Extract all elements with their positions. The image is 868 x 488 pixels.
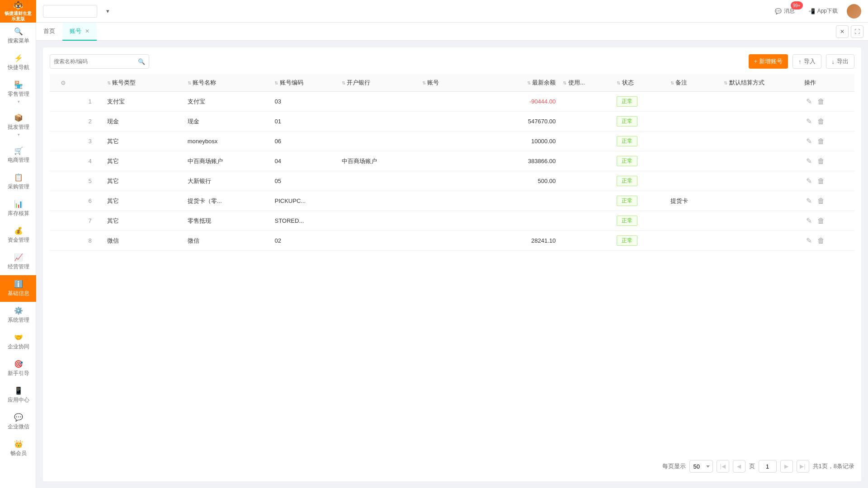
- sidebar-item-basic[interactable]: ℹ️ 基础信息: [0, 275, 36, 302]
- bank-sort-icon: ⇅: [342, 80, 345, 85]
- delete-icon[interactable]: 🗑: [817, 117, 825, 125]
- delete-icon[interactable]: 🗑: [817, 197, 825, 205]
- import-button[interactable]: ↑ 导入: [793, 54, 821, 69]
- user-avatar[interactable]: [847, 4, 861, 19]
- edit-icon[interactable]: ✎: [806, 217, 812, 225]
- page-input[interactable]: [759, 460, 777, 473]
- edit-icon[interactable]: ✎: [806, 197, 812, 205]
- sidebar-item-app-center[interactable]: 📱 应用中心: [0, 382, 36, 408]
- guide-icon: 🎯: [4, 360, 34, 368]
- status-col-header[interactable]: ⇅ 状态: [613, 74, 667, 92]
- row-default-payment-cell: [720, 92, 801, 112]
- main-area: ▾ 💬 消息 99+ 📲 App下载 首页 账号 ✕ ✕ ⛶: [36, 0, 868, 488]
- row-status-cell: 正常: [613, 191, 667, 211]
- row-usage-cell: [559, 211, 613, 231]
- add-account-button[interactable]: + 新增账号: [749, 54, 788, 69]
- sidebar-item-ecommerce[interactable]: 🛒 电商管理: [0, 142, 36, 169]
- edit-icon[interactable]: ✎: [806, 98, 812, 105]
- operation-icon: 📈: [4, 253, 34, 262]
- status-badge: 正常: [617, 196, 637, 206]
- row-index-cell: 5: [76, 171, 103, 191]
- delete-icon[interactable]: 🗑: [817, 217, 825, 225]
- row-default-payment-cell: [720, 171, 801, 191]
- row-bank-cell: [338, 171, 419, 191]
- window-maximize-button[interactable]: ⛶: [851, 25, 863, 38]
- message-button[interactable]: 💬 消息 99+: [770, 5, 799, 17]
- sidebar-item-label: 基础信息: [4, 290, 34, 297]
- account-col-header[interactable]: ⇅ 账号: [419, 74, 486, 92]
- tab-home[interactable]: 首页: [36, 23, 62, 41]
- remark-col-header[interactable]: ⇅ 备注: [667, 74, 721, 92]
- edit-icon[interactable]: ✎: [806, 157, 812, 165]
- row-default-payment-cell: [720, 211, 801, 231]
- page-size-select[interactable]: 50 10 20 100: [689, 460, 713, 473]
- row-name-cell: moneybosx: [184, 131, 271, 151]
- row-default-payment-cell: [720, 191, 801, 211]
- corp-agree-icon: 🤝: [4, 333, 34, 342]
- status-badge: 正常: [617, 116, 637, 127]
- tab-close-icon[interactable]: ✕: [85, 28, 90, 34]
- search-input[interactable]: [54, 58, 135, 65]
- prev-page-button[interactable]: ◀: [733, 460, 745, 473]
- sidebar-item-label: 企业协同: [4, 343, 34, 351]
- code-col-header[interactable]: ⇅ 账号编码: [271, 74, 338, 92]
- purchase-icon: 📋: [4, 173, 34, 182]
- sidebar-item-operation[interactable]: 📈 经营管理: [0, 249, 36, 275]
- settings-icon[interactable]: ⚙: [61, 80, 66, 86]
- search-icon[interactable]: 🔍: [138, 58, 145, 65]
- sidebar-item-member[interactable]: 👑 畅会员: [0, 435, 36, 462]
- tabbar: 首页 账号 ✕ ✕ ⛶: [36, 23, 868, 41]
- edit-icon[interactable]: ✎: [806, 237, 812, 244]
- app-download-button[interactable]: 📲 App下载: [808, 7, 838, 15]
- next-page-button[interactable]: ▶: [780, 460, 793, 473]
- edit-icon[interactable]: ✎: [806, 177, 812, 185]
- sidebar-item-corp-wechat[interactable]: 💬 企业微信: [0, 408, 36, 435]
- row-settings-cell: [50, 92, 76, 112]
- usage-col-header[interactable]: ⇅ 使用...: [559, 74, 613, 92]
- type-col-header[interactable]: ⇅ 账号类型: [104, 74, 184, 92]
- edit-icon[interactable]: ✎: [806, 137, 812, 145]
- settings-col-header[interactable]: ⚙: [50, 74, 76, 92]
- home-tab-label: 首页: [43, 27, 55, 35]
- export-button[interactable]: ↓ 导出: [826, 54, 855, 69]
- bank-col-header[interactable]: ⇅ 开户银行: [338, 74, 419, 92]
- row-code-cell: 03: [271, 92, 338, 112]
- sidebar-item-guide[interactable]: 🎯 新手引导: [0, 355, 36, 382]
- delete-icon[interactable]: 🗑: [817, 98, 825, 105]
- row-code-cell: 04: [271, 151, 338, 171]
- dropdown-arrow-icon: ▾: [106, 8, 109, 14]
- row-remark-cell: [667, 151, 721, 171]
- row-settings-cell: [50, 171, 76, 191]
- balance-sort-icon: ⇅: [527, 80, 531, 85]
- sidebar-item-finance[interactable]: 💰 资金管理: [0, 222, 36, 249]
- first-page-button[interactable]: |◀: [717, 460, 729, 473]
- sidebar-item-retail[interactable]: 🏪 零售管理 ▾: [0, 76, 36, 109]
- tab-account[interactable]: 账号 ✕: [62, 23, 97, 41]
- sidebar-item-inventory[interactable]: 📊 库存核算: [0, 195, 36, 222]
- sidebar-item-system[interactable]: ⚙️ 系统管理: [0, 302, 36, 328]
- row-remark-cell: [667, 131, 721, 151]
- sidebar-item-label: 电商管理: [4, 156, 34, 164]
- sidebar-item-purchase[interactable]: 📋 采购管理: [0, 169, 36, 195]
- topbar-dropdown[interactable]: ▾: [106, 8, 109, 14]
- last-page-button[interactable]: ▶|: [797, 460, 809, 473]
- delete-icon[interactable]: 🗑: [817, 177, 825, 185]
- edit-icon[interactable]: ✎: [806, 117, 812, 125]
- window-close-button[interactable]: ✕: [836, 25, 849, 38]
- row-account-cell: [419, 191, 486, 211]
- sidebar-item-search-menu[interactable]: 🔍 搜索菜单: [0, 23, 36, 49]
- name-col-header[interactable]: ⇅ 账号名称: [184, 74, 271, 92]
- pagination: 每页显示 50 10 20 100 |◀ ◀ 页 ▶ ▶| 共1页，8条记录: [50, 455, 854, 474]
- sidebar-item-label: 经营管理: [4, 263, 34, 271]
- row-usage-cell: [559, 131, 613, 151]
- delete-icon[interactable]: 🗑: [817, 157, 825, 165]
- sidebar-item-wholesale[interactable]: 📦 批发管理 ▾: [0, 109, 36, 142]
- sidebar-item-label: 系统管理: [4, 316, 34, 324]
- delete-icon[interactable]: 🗑: [817, 137, 825, 145]
- topbar-search-input[interactable]: [43, 5, 97, 18]
- default-payment-col-header[interactable]: ⇅ 默认结算方式: [720, 74, 801, 92]
- balance-col-header[interactable]: ⇅ 最新余额: [486, 74, 559, 92]
- sidebar-item-shortcut[interactable]: ⚡ 快捷导航: [0, 49, 36, 76]
- sidebar-item-corp-agree[interactable]: 🤝 企业协同: [0, 328, 36, 355]
- delete-icon[interactable]: 🗑: [817, 237, 825, 244]
